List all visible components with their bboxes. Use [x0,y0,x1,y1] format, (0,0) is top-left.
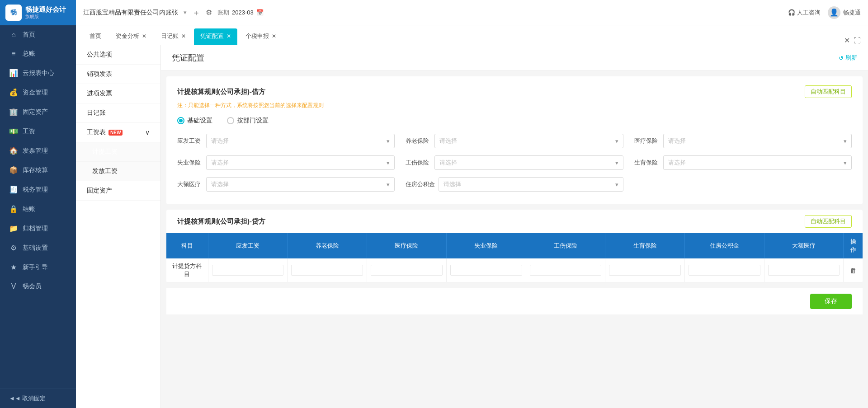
field-sybx2-select[interactable]: 请选择 ▾ [663,155,852,170]
input-ylbx[interactable] [291,265,363,276]
tab-voucher-config-label: 凭证配置 [200,32,224,40]
col-operation: 操作 [844,233,863,258]
tab-tax-close-icon[interactable]: ✕ [272,33,276,39]
sidebar-item-invoice[interactable]: 🏠 发票管理 [0,141,76,160]
field-zfgjj-chevron-icon: ▾ [615,181,618,188]
cell-zfgjj [684,258,764,282]
left-menu-salary-sheet[interactable]: 工资表 NEW ∨ [76,123,160,142]
add-tab-btn[interactable]: ＋ [192,7,200,18]
credit-auto-match-btn[interactable]: 自动匹配科目 [805,215,852,228]
sidebar-item-inventory[interactable]: 📦 库存核算 [0,160,76,180]
sidebar-label-reports: 云报表中心 [23,69,54,77]
sidebar-item-home[interactable]: ⌂ 首页 [0,25,76,44]
field-sybx-select[interactable]: 请选择 ▾ [206,155,395,170]
headset-icon: 🎧 [788,9,795,16]
sidebar-label-settings: 基础设置 [23,244,48,252]
guide-icon: ★ [9,263,18,272]
left-menu-accrue-salary-label: 计提工资 [92,148,118,156]
field-gsbx-select[interactable]: 请选择 ▾ [434,155,623,170]
field-yfgz-placeholder: 请选择 [211,137,229,145]
field-ylbx2-placeholder: 请选择 [668,137,686,145]
settings-gear-icon[interactable]: ⚙ [206,8,212,17]
unpin-label: ◄◄ 取消固定 [9,394,46,403]
logo-text-block: 畅捷通好会计 旗舰版 [25,5,66,20]
support-label: 人工咨询 [797,9,821,17]
tab-voucher-close-icon[interactable]: ✕ [226,33,231,39]
tab-journal-close-icon[interactable]: ✕ [181,33,186,39]
field-gsbx: 工伤保险 请选择 ▾ [406,155,623,170]
input-zfgjj[interactable] [689,265,760,276]
user-avatar: 👤 [828,6,840,19]
left-menu: 公共选项 销项发票 进项发票 日记账 工资表 NEW ∨ 计提工资 [76,45,161,408]
sidebar-label-assets: 固定资产 [23,108,48,116]
salary-sheet-expand-icon[interactable]: ∨ [145,129,150,136]
refresh-btn[interactable]: ↺ 刷新 [839,54,857,62]
expand-icon[interactable]: ⛶ [854,37,861,45]
field-zfgjj-label: 住房公积金 [406,180,435,188]
input-gsbx[interactable] [530,265,602,276]
save-btn[interactable]: 保存 [810,294,852,309]
input-sybx[interactable] [450,265,522,276]
tab-funds-analysis-label: 资金分析 [116,32,139,40]
left-menu-public[interactable]: 公共选项 [76,45,160,65]
left-menu-journal[interactable]: 日记账 [76,103,160,123]
sidebar-item-ledger[interactable]: ≡ 总账 [0,44,76,63]
field-ylbx-select[interactable]: 请选择 ▾ [434,134,623,148]
left-menu-sales-invoice-label: 销项发票 [87,70,112,78]
field-yfgz-select[interactable]: 请选择 ▾ [206,134,395,148]
company-dropdown-icon[interactable]: ▾ [184,9,187,16]
delete-row-btn[interactable]: 🗑 [850,267,857,274]
sidebar-item-salary[interactable]: 💵 工资 [0,122,76,141]
sidebar-item-close[interactable]: 🔒 结账 [0,199,76,219]
radio-basic-label: 基础设置 [187,117,212,125]
tab-journal[interactable]: 日记账 ✕ [155,28,192,45]
tab-tax-report[interactable]: 个税申报 ✕ [239,28,283,45]
sidebar-label-ledger: 总账 [23,50,35,58]
topbar-right: 🎧 人工咨询 👤 畅捷通 [788,6,861,19]
field-ylbx2-select[interactable]: 请选择 ▾ [663,134,852,148]
tab-voucher-config[interactable]: 凭证配置 ✕ [194,28,237,45]
sidebar-item-tax[interactable]: 🧾 税务管理 [0,180,76,199]
sidebar-unpin[interactable]: ◄◄ 取消固定 [0,389,76,408]
input-yfgz[interactable] [212,265,284,276]
tab-home[interactable]: 首页 [83,28,108,45]
left-menu-purchase-invoice[interactable]: 进项发票 [76,84,160,103]
tab-funds-close-icon[interactable]: ✕ [142,33,146,39]
support-btn[interactable]: 🎧 人工咨询 [788,9,821,17]
user-info[interactable]: 👤 畅捷通 [828,6,861,19]
sidebar-item-guide[interactable]: ★ 新手引导 [0,258,76,277]
debit-auto-match-btn[interactable]: 自动匹配科目 [805,85,852,98]
left-menu-fixed-assets[interactable]: 固定资产 [76,181,160,201]
main-area: 江西服宝精品有限责任公司内账张 ▾ ＋ ⚙ 账期 2023-03 📅 🎧 人工咨… [76,0,868,408]
input-sybx2[interactable] [609,265,681,276]
field-dely-placeholder: 请选择 [211,180,229,188]
cell-gsbx [526,258,605,282]
sidebar-item-assets[interactable]: 🏢 固定资产 [0,102,76,122]
field-zfgjj-select[interactable]: 请选择 ▾ [439,177,623,192]
radio-basic[interactable]: 基础设置 [177,117,212,125]
left-menu-accrue-salary[interactable]: 计提工资 [76,142,160,162]
tab-funds-analysis[interactable]: 资金分析 ✕ [109,28,153,45]
radio-department[interactable]: 按部门设置 [227,117,269,125]
logo-title: 畅捷通好会计 [25,5,66,14]
sidebar-item-archive[interactable]: 📁 归档管理 [0,219,76,238]
sidebar-item-reports[interactable]: 📊 云报表中心 [0,63,76,83]
field-sybx2-label: 生育保险 [634,159,660,167]
debit-section-title: 计提核算规则(公司承担)-借方 [177,88,265,96]
calendar-icon[interactable]: 📅 [256,9,264,16]
field-ylbx-chevron-icon: ▾ [615,138,618,145]
sidebar-item-funds[interactable]: 💰 资金管理 [0,83,76,102]
sidebar-item-vip[interactable]: V 畅会员 [0,277,76,296]
close-all-tabs-icon[interactable]: ✕ [844,36,850,45]
col-dely: 大额医疗 [764,233,844,258]
left-menu-sales-invoice[interactable]: 销项发票 [76,65,160,84]
sidebar: 畅 畅捷通好会计 旗舰版 ⌂ 首页 ≡ 总账 📊 云报表中心 💰 资金管理 🏢 … [0,0,76,408]
input-dely[interactable] [768,265,840,276]
input-ylbx2[interactable] [371,265,443,276]
refresh-icon: ↺ [839,55,844,61]
sidebar-label-guide: 新手引导 [23,263,48,272]
sidebar-label-funds: 资金管理 [23,89,48,97]
field-dely-select[interactable]: 请选择 ▾ [206,177,395,192]
left-menu-pay-salary[interactable]: 发放工资 [76,162,160,181]
sidebar-item-settings[interactable]: ⚙ 基础设置 [0,238,76,258]
